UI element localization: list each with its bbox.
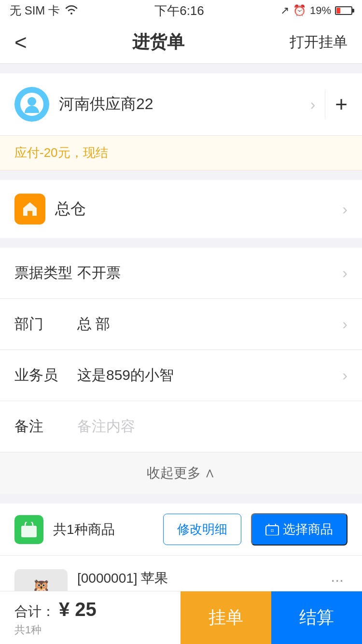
product-name: [0000001] 苹果 <box>77 569 317 588</box>
svg-rect-2 <box>21 526 37 537</box>
alarm-icon: ⏰ <box>293 4 306 17</box>
total-amount: ¥ 25 <box>59 599 97 620</box>
total-text: 合计： <box>14 602 55 621</box>
sales-label: 业务员 <box>14 365 77 385</box>
invoice-chevron-icon: › <box>342 264 348 282</box>
location-icon: ↗ <box>280 4 289 17</box>
warehouse-chevron-icon: › <box>342 200 348 218</box>
products-count: 共1种商品 <box>53 520 153 539</box>
dept-row[interactable]: 部门 总 部 › <box>0 298 362 350</box>
remark-row[interactable]: 备注 备注内容 <box>0 401 362 452</box>
info-banner: 应付-20元，现结 <box>0 136 362 170</box>
status-bar: 无 SIM 卡 下午6:16 ↗ ⏰ 19% <box>0 0 362 21</box>
status-time: 下午6:16 <box>154 2 204 19</box>
pending-button[interactable]: 挂单 <box>181 591 271 644</box>
supplier-row[interactable]: 河南供应商22 › + <box>0 73 362 136</box>
warehouse-name: 总仓 <box>55 198 342 220</box>
carrier-label: 无 SIM 卡 <box>10 3 60 18</box>
remark-label: 备注 <box>14 417 77 436</box>
open-pending-button[interactable]: 打开挂单 <box>290 32 348 52</box>
dept-chevron-icon: › <box>342 315 348 333</box>
section-gap-1 <box>0 64 362 73</box>
total-label: 合计： ¥ 25 <box>14 599 166 621</box>
select-product-button[interactable]: 选择商品 <box>251 513 348 546</box>
svg-rect-1 <box>28 211 32 216</box>
select-product-label: 选择商品 <box>283 521 333 538</box>
invoice-label: 票据类型 <box>14 263 77 283</box>
supplier-add-button[interactable]: + <box>335 92 348 116</box>
supplier-divider <box>325 90 325 119</box>
nav-bar: < 进货单 打开挂单 <box>0 21 362 64</box>
edit-detail-button[interactable]: 修改明细 <box>163 514 241 545</box>
warehouse-row[interactable]: 总仓 › <box>0 180 362 238</box>
wifi-icon <box>65 4 78 17</box>
svg-point-0 <box>28 97 36 106</box>
battery-icon <box>335 6 352 15</box>
sales-row[interactable]: 业务员 这是859的小智 › <box>0 350 362 401</box>
page-title: 进货单 <box>132 30 184 54</box>
supplier-name: 河南供应商22 <box>59 94 310 115</box>
total-sub: 共1种 <box>14 623 166 637</box>
collapse-button[interactable]: 收起更多 ∧ <box>0 452 362 494</box>
invoice-row[interactable]: 票据类型 不开票 › <box>0 248 362 298</box>
supplier-avatar <box>14 87 49 122</box>
section-gap-3 <box>0 238 362 248</box>
battery-percent: 19% <box>310 4 331 17</box>
checkout-button[interactable]: 结算 <box>271 591 362 644</box>
invoice-value: 不开票 <box>77 263 342 283</box>
products-icon <box>14 515 43 544</box>
sales-value: 这是859的小智 <box>77 365 342 385</box>
remark-input[interactable]: 备注内容 <box>77 417 348 436</box>
status-bar-left: 无 SIM 卡 <box>10 3 78 18</box>
products-header: 共1种商品 修改明细 选择商品 <box>0 504 362 555</box>
warehouse-section[interactable]: 总仓 › <box>0 180 362 238</box>
supplier-section: 河南供应商22 › + 应付-20元，现结 <box>0 73 362 170</box>
product-menu-button[interactable]: ··· <box>327 569 348 591</box>
section-gap-2 <box>0 170 362 180</box>
back-button[interactable]: < <box>14 32 27 53</box>
section-gap-4 <box>0 494 362 504</box>
bottom-bar: 合计： ¥ 25 共1种 挂单 结算 <box>0 591 362 644</box>
form-section: 票据类型 不开票 › 部门 总 部 › 业务员 这是859的小智 › 备注 备注… <box>0 248 362 494</box>
supplier-chevron-icon: › <box>310 96 316 113</box>
dept-value: 总 部 <box>77 314 342 334</box>
warehouse-icon <box>14 194 45 224</box>
status-bar-right: ↗ ⏰ 19% <box>280 4 352 17</box>
total-section: 合计： ¥ 25 共1种 <box>0 599 181 637</box>
sales-chevron-icon: › <box>342 366 348 384</box>
dept-label: 部门 <box>14 314 77 334</box>
